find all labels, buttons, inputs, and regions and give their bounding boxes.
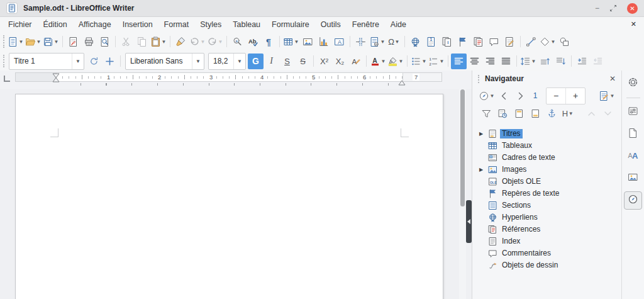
navigator-item-bookmarks[interactable]: Repères de texte (472, 188, 621, 200)
dropdown-arrow-icon[interactable]: ▼ (609, 93, 615, 99)
dropdown-arrow-icon[interactable]: ▼ (18, 39, 24, 45)
navigator-item-ole[interactable]: OLEObjets OLE (472, 176, 621, 188)
print-preview-button[interactable] (97, 34, 113, 50)
navigator-item-indexes[interactable]: Index (472, 235, 621, 247)
navigator-item-titles[interactable]: ▶Titres (472, 128, 621, 140)
new-document-button[interactable]: ▼ (7, 34, 25, 50)
basic-shapes-button[interactable]: ▼ (539, 34, 557, 50)
navigator-item-references[interactable]: Références (472, 223, 621, 235)
strikethrough-button[interactable]: S (295, 54, 311, 69)
dropdown-arrow-icon[interactable]: ▼ (421, 59, 427, 64)
sidebar-hide-handle[interactable] (466, 200, 472, 243)
sidebar-tab-gallery[interactable] (624, 169, 642, 188)
dropdown-arrow-icon[interactable]: ▼ (398, 59, 404, 64)
sidebar-tab-sidebar-settings[interactable] (624, 74, 642, 93)
justify-button[interactable] (498, 54, 514, 69)
insert-line-button[interactable] (523, 34, 539, 50)
toolbar-grip[interactable] (3, 35, 4, 48)
menu-format[interactable]: Format (158, 19, 195, 30)
numbered-list-button[interactable]: 12▼ (428, 54, 445, 69)
sidebar-tab-properties[interactable] (624, 103, 642, 121)
next-page-button[interactable]: + (566, 89, 585, 103)
menu-affichage[interactable]: Affichage (73, 19, 117, 30)
dropdown-arrow-icon[interactable]: ▼ (550, 39, 556, 45)
align-left-button[interactable] (451, 54, 467, 69)
expander-icon[interactable]: ▶ (479, 167, 488, 172)
line-spacing-button[interactable]: ▼ (519, 54, 537, 69)
set-reminder-button[interactable] (494, 106, 511, 121)
font-name-combobox[interactable]: Liberation Sans▼ (125, 53, 204, 70)
insert-footnote-button[interactable]: 1 (423, 34, 439, 50)
menu-styles[interactable]: Styles (194, 19, 227, 30)
navigator-item-drawings[interactable]: Objets de dessin (472, 259, 621, 271)
insert-page-break-button[interactable] (353, 34, 369, 50)
navigator-item-comments[interactable]: Commentaires (472, 247, 621, 259)
dropdown-arrow-icon[interactable]: ▼ (53, 39, 59, 45)
underline-button[interactable]: S (279, 54, 295, 69)
italic-button[interactable]: I (264, 54, 279, 69)
new-style-button[interactable] (102, 54, 118, 69)
close-document-button[interactable]: ✕ (631, 20, 636, 28)
menu-fichier[interactable]: Fichier (3, 19, 38, 30)
save-button[interactable]: ▼ (42, 34, 60, 50)
show-draw-functions-button[interactable] (557, 34, 572, 50)
dropdown-arrow-icon[interactable]: ▼ (200, 39, 206, 45)
menu-outils[interactable]: Outils (315, 19, 347, 30)
navigator-item-images[interactable]: ▶Images (472, 164, 621, 176)
dropdown-arrow-icon[interactable]: ▼ (489, 93, 495, 99)
insert-comment-button[interactable] (486, 34, 502, 50)
print-button[interactable] (81, 34, 97, 50)
insert-text-box-button[interactable]: A (331, 34, 347, 50)
bullet-list-button[interactable]: ▼ (410, 54, 428, 69)
subscript-button[interactable]: X₂ (332, 54, 348, 69)
previous-page-button[interactable]: − (547, 89, 565, 103)
dropdown-arrow-icon[interactable]: ▼ (294, 39, 299, 45)
menu-aide[interactable]: Aide (385, 19, 412, 30)
dropdown-arrow-icon[interactable]: ▼ (380, 39, 386, 45)
navigate-by-button[interactable]: ▼ (478, 88, 496, 104)
insert-table-button[interactable]: ▼ (282, 34, 300, 50)
menu-insertion[interactable]: Insertion (117, 19, 158, 30)
menu-formulaire[interactable]: Formulaire (266, 19, 315, 30)
header-button[interactable] (511, 106, 527, 121)
increase-paragraph-spacing-button[interactable] (537, 54, 553, 69)
document-page[interactable] (15, 94, 443, 299)
dropdown-arrow-icon[interactable]: ▼ (380, 59, 386, 64)
content-navigation-view-button[interactable] (478, 106, 494, 121)
dropdown-arrow-icon[interactable]: ▼ (531, 59, 536, 64)
scrollbar-thumb[interactable] (460, 89, 465, 206)
navigator-item-frames[interactable]: Cadres de texte (472, 152, 621, 164)
dropdown-arrow-icon[interactable]: ▼ (568, 111, 574, 116)
bold-button[interactable]: G (248, 54, 264, 69)
export-pdf-button[interactable] (65, 34, 81, 50)
next-button[interactable] (512, 88, 528, 104)
paragraph-style-combobox[interactable]: Titre 1▼ (9, 53, 84, 70)
document-area[interactable] (0, 89, 472, 299)
anchor-text-button[interactable] (543, 106, 560, 121)
find-and-replace-button[interactable]: a (230, 34, 245, 50)
minimize-button[interactable]: − (595, 4, 599, 13)
menu-tableau[interactable]: Tableau (227, 19, 266, 30)
navigator-item-sections[interactable]: Sections (472, 200, 621, 212)
dropdown-arrow-icon[interactable]: ▼ (161, 39, 167, 45)
close-button[interactable]: ✕ (627, 3, 638, 14)
font-color-button[interactable]: A▼ (369, 54, 387, 69)
align-right-button[interactable] (482, 54, 498, 69)
toolbar-grip[interactable] (3, 55, 4, 67)
dropdown-arrow-icon[interactable]: ▼ (36, 39, 42, 45)
increase-indent-button[interactable] (574, 54, 590, 69)
heading-levels-shown-button[interactable]: H▼ (560, 106, 576, 121)
menu-edition[interactable]: Édition (38, 19, 73, 30)
track-changes-button[interactable] (502, 34, 518, 50)
insert-hyperlink-button[interactable] (408, 34, 423, 50)
navigator-item-tables[interactable]: Tableaux (472, 140, 621, 152)
spelling-button[interactable]: Ab (245, 34, 261, 50)
open-button[interactable]: ▼ (25, 34, 42, 50)
navigator-close-button[interactable]: ✕ (609, 74, 616, 83)
dropdown-arrow-icon[interactable]: ▼ (394, 39, 400, 45)
insert-chart-button[interactable] (316, 34, 331, 50)
navigator-item-hyperlinks[interactable]: Hyperliens (472, 212, 621, 223)
expander-icon[interactable]: ▶ (479, 131, 488, 137)
chevron-down-icon[interactable]: ▼ (72, 54, 84, 69)
drag-mode-button[interactable]: ▼ (598, 88, 616, 104)
